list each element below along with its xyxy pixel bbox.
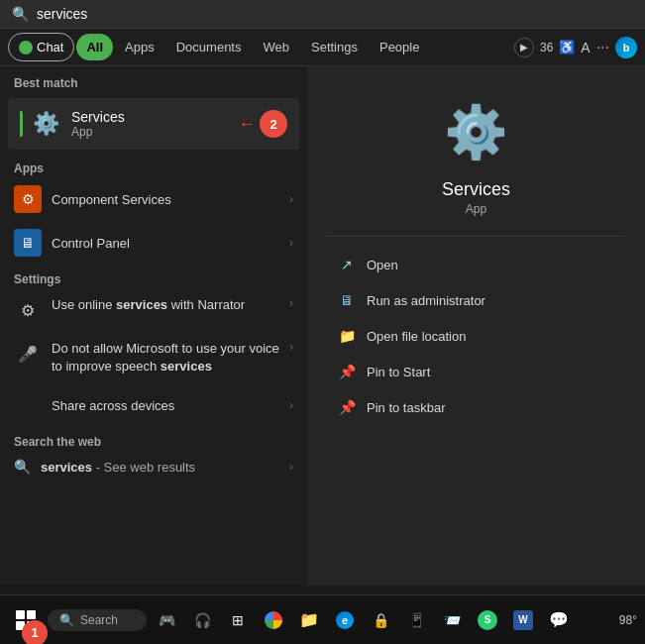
component-services-icon: ⚙ [14,185,42,213]
chevron-right-icon-4: › [289,340,293,354]
search-icon: 🔍 [12,6,29,22]
best-match-title: Services [71,109,250,125]
best-match-item[interactable]: ⚙️ Services App 2 ← [8,98,299,150]
chevron-right-icon-3: › [289,296,293,310]
taskbar: 1 🔍 Search 🎮 🎧 ⊞ 📁 e 🔒 📱 📨 S W 💬 98° [0,594,645,644]
taskbar-app3-icon[interactable]: 📨 [436,604,468,636]
apps-section-label: Apps [0,154,307,177]
taskbar-app2-icon[interactable]: 📱 [400,604,432,636]
action-open-label: Open [367,258,398,272]
badge-count: 36 [540,41,553,54]
action-admin-label: Run as administrator [367,293,485,308]
nav-right: ▶ 36 ♿ A ··· b [514,37,637,58]
taskbar-app1-icon[interactable]: 🔒 [365,604,396,636]
taskbar-word-icon[interactable]: W [507,604,539,636]
control-panel-label: Control Panel [52,236,279,251]
web-search-text: services - See web results [41,460,279,475]
app-detail-type: App [466,202,486,216]
web-search-item[interactable]: 🔍 services - See web results › [0,451,307,483]
tab-apps[interactable]: Apps [115,34,164,60]
taskbar-search-label: Search [80,613,118,627]
nav-tabs: Chat All Apps Documents Web Settings Peo… [0,29,645,66]
selected-indicator [20,111,23,137]
tab-people[interactable]: People [370,34,429,60]
share-settings-icon [14,391,42,419]
action-location-label: Open file location [367,329,466,344]
action-list: ↗ Open 🖥 Run as administrator 📁 Open fil… [327,247,625,425]
chevron-right-icon: › [289,192,293,206]
chevron-right-icon-2: › [289,236,293,250]
taskbar-game-icon[interactable]: 🎮 [151,604,182,636]
badge-2: 2 [260,110,287,138]
accessibility-icon: ♿ [559,40,575,54]
action-open-location[interactable]: 📁 Open file location [327,318,625,354]
search-input[interactable] [37,6,633,22]
taskbar-teams-icon[interactable]: 💬 [543,604,575,636]
tab-web-label: Web [263,40,289,54]
tab-documents-label: Documents [176,40,242,54]
component-services-label: Component Services [52,192,279,207]
tab-all[interactable]: All [76,34,113,60]
tab-all-label: All [86,40,103,54]
temperature-display: 98° [619,613,637,627]
web-section-label: Search the web [0,427,307,451]
right-panel: ⚙️ Services App ↗ Open 🖥 Run as administ… [307,66,645,586]
admin-icon: 🖥 [337,290,357,310]
tab-apps-label: Apps [125,40,155,54]
taskbar-green-icon[interactable]: S [472,604,503,636]
settings-item-narrator[interactable]: ⚙ Use online services with Narrator › [0,288,307,332]
chevron-right-icon-5: › [289,398,293,412]
taskbar-search[interactable]: 🔍 Search [48,609,147,631]
action-pin-start[interactable]: 📌 Pin to Start [327,354,625,389]
font-size-button[interactable]: A [581,40,590,55]
app-icon-large: ⚙️ [441,96,512,167]
play-button[interactable]: ▶ [514,38,534,57]
best-match-label: Best match [0,66,307,94]
narrator-settings-icon: ⚙ [14,296,42,324]
left-panel: Best match ⚙️ Services App 2 ← Apps ⚙ Co… [0,66,307,586]
open-icon: ↗ [337,255,357,274]
tab-chat-label: Chat [37,40,63,54]
pin-taskbar-icon: 📌 [337,397,357,417]
more-options-button[interactable]: ··· [596,39,609,56]
list-item-control-panel[interactable]: 🖥 Control Panel › [0,221,307,265]
badge-1: 1 [22,620,48,645]
taskbar-headset-icon[interactable]: 🎧 [186,604,218,636]
taskbar-chrome-icon[interactable] [258,604,289,636]
pin-start-icon: 📌 [337,362,357,381]
tab-settings-label: Settings [311,40,358,54]
tab-settings[interactable]: Settings [301,34,368,60]
voice-settings-icon: 🎤 [14,340,42,368]
chevron-right-icon-6: › [289,460,293,474]
tab-chat[interactable]: Chat [8,33,74,61]
start-button[interactable]: 1 [8,602,44,638]
settings-section-label: Settings [0,265,307,288]
best-match-text: Services App [71,109,250,139]
taskbar-search-icon: 🔍 [59,613,74,627]
divider [327,236,625,237]
best-match-subtitle: App [71,125,250,139]
settings-item-voice[interactable]: 🎤 Do not allow Microsoft to use your voi… [0,332,307,383]
narrator-settings-text: Use online services with Narrator [52,296,279,314]
voice-settings-text: Do not allow Microsoft to use your voice… [52,340,279,376]
bing-button[interactable]: b [615,37,637,58]
tab-documents[interactable]: Documents [166,34,252,60]
search-bar: 🔍 [0,0,645,29]
action-pin-taskbar-label: Pin to taskbar [367,400,446,415]
taskbar-right: 98° [619,613,637,627]
list-item-component-services[interactable]: ⚙ Component Services › [0,177,307,221]
settings-item-share[interactable]: Share across devices › [0,383,307,427]
taskbar-windows-icon[interactable]: ⊞ [222,604,254,636]
share-settings-label: Share across devices [52,398,279,413]
action-pin-taskbar[interactable]: 📌 Pin to taskbar [327,389,625,425]
arrow-left-icon: ← [238,114,256,135]
app-detail-name: Services [442,179,510,200]
control-panel-icon: 🖥 [14,229,42,257]
action-open[interactable]: ↗ Open [327,247,625,282]
taskbar-folder-icon[interactable]: 📁 [293,604,325,636]
web-search-icon: 🔍 [14,459,31,475]
action-run-admin[interactable]: 🖥 Run as administrator [327,282,625,318]
taskbar-edge-icon[interactable]: e [329,604,361,636]
services-gear-icon: ⚙️ [30,108,61,140]
tab-web[interactable]: Web [253,34,299,60]
